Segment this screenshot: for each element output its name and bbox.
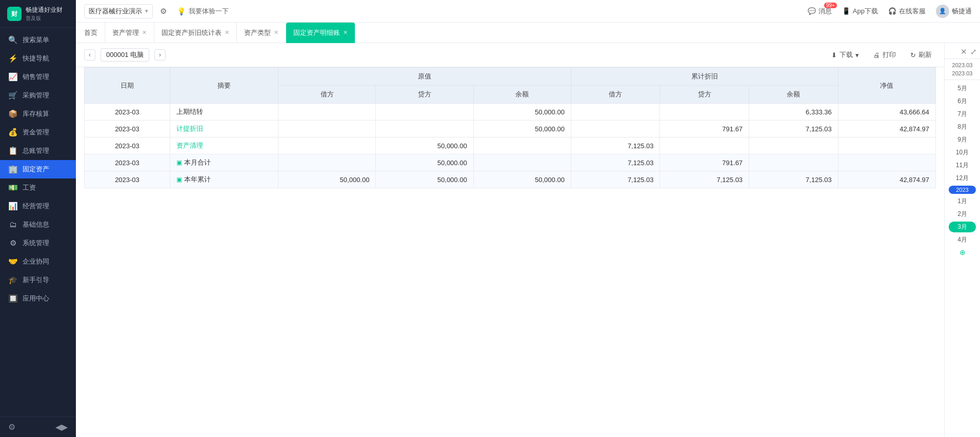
tab-固定资产明细账[interactable]: 固定资产明细账✕ — [286, 23, 355, 43]
cell-lj-jf — [571, 121, 660, 137]
timeline-month[interactable]: 4月 — [945, 233, 980, 246]
experience-btn[interactable]: 💡 我要体验一下 — [177, 7, 229, 16]
sidebar-label: 资金管理 — [23, 128, 49, 137]
timeline-active-month[interactable]: 3月 — [949, 222, 976, 232]
sidebar-label: 采购管理 — [23, 91, 49, 100]
col-yz-ye: 余额 — [473, 86, 571, 104]
sidebar-icon: 📈 — [8, 72, 17, 82]
sidebar-item-应用中心[interactable]: 🔲应用中心 — [0, 289, 76, 308]
sidebar-label: 经营管理 — [23, 202, 49, 211]
expand-icon[interactable]: ⤢ — [970, 47, 977, 56]
download-btn[interactable]: ⬇ 下载 ▾ — [827, 48, 863, 62]
table-row: 2023-03 上期结转 50,000.00 6,333.36 43,666.6… — [85, 104, 936, 121]
sidebar-label: 企业协同 — [23, 257, 49, 266]
sidebar-item-资金管理[interactable]: 💰资金管理 — [0, 123, 76, 142]
company-selector[interactable]: 医疗器械行业演示 ▾ — [84, 4, 153, 18]
sidebar-item-经营管理[interactable]: 📊经营管理 — [0, 197, 76, 215]
sidebar-item-工资[interactable]: 💵工资 — [0, 178, 76, 197]
sidebar-item-系统管理[interactable]: ⚙系统管理 — [0, 234, 76, 252]
cell-lj-df: 7,125.03 — [660, 171, 749, 188]
timeline-year-badge[interactable]: 2023 — [949, 186, 976, 194]
cell-lj-df: 791.67 — [660, 154, 749, 171]
timeline-down-arrow[interactable]: ⊕ — [945, 246, 980, 259]
timeline-month[interactable]: 12月 — [945, 172, 980, 185]
tab-close-icon[interactable]: ✕ — [343, 29, 348, 36]
user-btn[interactable]: 👤 畅捷通 — [936, 5, 972, 18]
table-row: 2023-03 ▣本月合计 50,000.00 7,125.03 791.67 — [85, 154, 936, 171]
next-arrow[interactable]: › — [154, 49, 166, 61]
gear-icon[interactable]: ⚙ — [160, 7, 167, 16]
cell-summary: 上期结转 — [170, 104, 278, 121]
tab-close-icon[interactable]: ✕ — [225, 29, 229, 36]
cell-summary: ▣本月合计 — [170, 154, 278, 171]
cell-jingzhi: 42,874.97 — [838, 121, 935, 137]
settings-icon[interactable]: ⚙ — [8, 422, 15, 432]
timeline-month[interactable]: 2月 — [945, 208, 980, 221]
tab-资产管理[interactable]: 资产管理✕ — [105, 23, 154, 43]
timeline-month[interactable]: 9月 — [945, 133, 980, 146]
app-logo-icon: 财 — [7, 7, 22, 21]
sidebar-label: 快捷导航 — [23, 54, 49, 63]
timeline-month[interactable]: 5月 — [945, 82, 980, 95]
timeline-month[interactable]: 1月 — [945, 195, 980, 208]
timeline-month[interactable]: 10月 — [945, 146, 980, 159]
app-name: 畅捷通好业财 — [26, 6, 63, 14]
tab-固定资产折旧统计表[interactable]: 固定资产折旧统计表✕ — [154, 23, 237, 43]
cell-lj-ye — [749, 154, 838, 171]
sidebar-icon: 🎓 — [8, 275, 17, 285]
tab-资产类型[interactable]: 资产类型✕ — [237, 23, 286, 43]
cell-lj-jf: 7,125.03 — [571, 137, 660, 154]
app-download-label: App下载 — [853, 7, 878, 16]
col-date: 日期 — [85, 68, 170, 104]
timeline-month[interactable]: 8月 — [945, 121, 980, 133]
tab-label: 资产类型 — [244, 28, 271, 37]
tab-label: 首页 — [84, 28, 97, 37]
messages-btn[interactable]: 💬 消息 99+ — [808, 7, 832, 16]
print-btn[interactable]: 🖨 打印 — [869, 48, 900, 62]
sidebar-item-总账管理[interactable]: 📋总账管理 — [0, 142, 76, 160]
topbar-right: 💬 消息 99+ 📱 App下载 🎧 在线客服 👤 畅捷通 — [808, 5, 972, 18]
tab-close-icon[interactable]: ✕ — [274, 29, 278, 36]
app-download-btn[interactable]: 📱 App下载 — [842, 7, 878, 16]
cell-lj-df — [660, 137, 749, 154]
cell-yz-df — [376, 121, 473, 137]
timeline-month[interactable]: 6月 — [945, 95, 980, 108]
cell-yz-jf — [278, 121, 376, 137]
panel-toolbar: ‹ 000001 电脑 › ⬇ 下载 ▾ 🖨 打印 ↻ 刷新 — [76, 43, 944, 67]
tab-首页[interactable]: 首页 — [84, 23, 105, 43]
message-icon: 💬 — [808, 7, 816, 15]
refresh-icon: ↻ — [910, 51, 916, 59]
sidebar-item-采购管理[interactable]: 🛒采购管理 — [0, 86, 76, 105]
bulb-icon: 💡 — [177, 7, 186, 15]
collapse-icon[interactable]: ◀▶ — [55, 422, 68, 432]
sidebar-item-基础信息[interactable]: 🗂基础信息 — [0, 215, 76, 234]
sidebar-label: 销售管理 — [23, 72, 49, 82]
main-area: 医疗器械行业演示 ▾ ⚙ 💡 我要体验一下 💬 消息 99+ 📱 App下载 🎧… — [76, 0, 980, 437]
timeline-month[interactable]: 7月 — [945, 108, 980, 121]
sidebar-item-库存核算[interactable]: 📦库存核算 — [0, 105, 76, 123]
prev-arrow[interactable]: ‹ — [84, 49, 95, 61]
col-jingzhi: 净值 — [838, 68, 935, 104]
cell-lj-jf: 7,125.03 — [571, 154, 660, 171]
summary-icon: ▣ — [176, 159, 182, 166]
close-icon[interactable]: ✕ — [961, 47, 967, 56]
refresh-btn[interactable]: ↻ 刷新 — [906, 48, 936, 62]
sidebar-item-销售管理[interactable]: 📈销售管理 — [0, 68, 76, 86]
sidebar-item-快捷导航[interactable]: ⚡快捷导航 — [0, 49, 76, 68]
timeline-month[interactable]: 11月 — [945, 159, 980, 172]
sidebar-item-新手引导[interactable]: 🎓新手引导 — [0, 271, 76, 289]
asset-tag[interactable]: 000001 电脑 — [101, 48, 149, 62]
table-wrapper: 日期 摘要 原值 累计折旧 净值 借方 贷方 余额 借方 贷方 余额 — [76, 67, 944, 437]
cell-yz-ye: 50,000.00 — [473, 104, 571, 121]
cell-lj-df: 791.67 — [660, 121, 749, 137]
sidebar-label: 系统管理 — [23, 239, 49, 248]
sidebar-item-固定资产[interactable]: 🏢固定资产 — [0, 160, 76, 178]
cell-jingzhi — [838, 154, 935, 171]
online-service-btn[interactable]: 🎧 在线客服 — [888, 7, 926, 16]
download-icon: ⬇ — [831, 51, 837, 59]
sidebar-item-企业协同[interactable]: 🤝企业协同 — [0, 252, 76, 271]
sidebar-icon: 📦 — [8, 109, 17, 118]
tab-close-icon[interactable]: ✕ — [142, 29, 147, 36]
cell-yz-jf — [278, 137, 376, 154]
sidebar-item-搜索菜单[interactable]: 🔍搜索菜单 — [0, 31, 76, 49]
